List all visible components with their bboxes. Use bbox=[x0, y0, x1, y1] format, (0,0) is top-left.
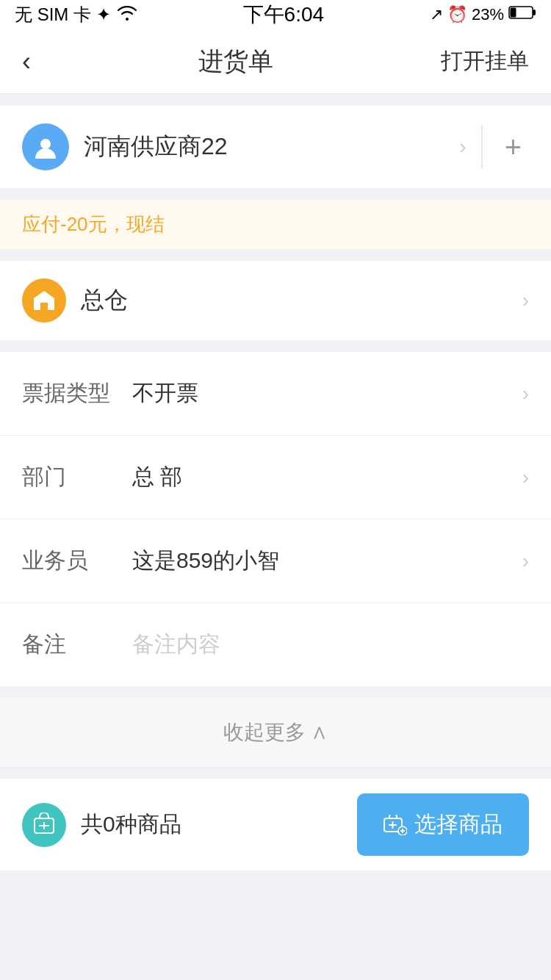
svg-rect-1 bbox=[533, 10, 536, 15]
battery-icon bbox=[508, 5, 536, 24]
svg-point-3 bbox=[40, 139, 51, 149]
remark-label: 备注 bbox=[22, 630, 110, 660]
supplier-avatar bbox=[22, 123, 69, 170]
top-divider bbox=[0, 94, 551, 106]
warehouse-label: 总仓 bbox=[81, 284, 522, 317]
sim-label: 无 SIM 卡 ✦ bbox=[15, 3, 111, 26]
status-right: ↗ ⏰ 23% bbox=[430, 5, 536, 24]
remark-value: 备注内容 bbox=[132, 630, 529, 660]
department-value: 总 部 bbox=[132, 462, 522, 492]
invoice-type-row[interactable]: 票据类型 不开票 › bbox=[0, 352, 551, 436]
alert-banner: 应付-20元，现结 bbox=[0, 200, 551, 249]
select-product-button[interactable]: 选择商品 bbox=[357, 793, 529, 856]
alarm-icon: ⏰ bbox=[447, 5, 467, 24]
salesperson-value: 这是859的小智 bbox=[132, 546, 522, 576]
supplier-section: 河南供应商22 › + bbox=[0, 106, 551, 188]
alert-text: 应付-20元，现结 bbox=[22, 213, 165, 235]
product-icon bbox=[22, 803, 66, 847]
supplier-chevron-icon: › bbox=[459, 135, 466, 159]
department-row[interactable]: 部门 总 部 › bbox=[0, 436, 551, 519]
status-bar: 无 SIM 卡 ✦ 下午6:04 ↗ ⏰ 23% bbox=[0, 0, 551, 29]
collapse-button[interactable]: 收起更多 ∧ bbox=[0, 698, 551, 767]
department-label: 部门 bbox=[22, 462, 110, 492]
supplier-row[interactable]: 河南供应商22 › + bbox=[0, 106, 551, 188]
wifi-icon bbox=[117, 4, 137, 25]
invoice-type-value: 不开票 bbox=[132, 378, 522, 408]
invoice-type-label: 票据类型 bbox=[22, 378, 110, 408]
salesperson-chevron-icon: › bbox=[522, 550, 529, 573]
bottom-bar: 共0种商品 选择商品 bbox=[0, 779, 551, 871]
collapse-text: 收起更多 ∧ bbox=[223, 718, 328, 746]
add-supplier-button[interactable]: + bbox=[497, 131, 529, 164]
invoice-type-chevron-icon: › bbox=[522, 382, 529, 406]
page-title: 进货单 bbox=[198, 45, 273, 79]
remark-row[interactable]: 备注 备注内容 bbox=[0, 603, 551, 686]
warehouse-section[interactable]: 总仓 › bbox=[0, 261, 551, 340]
svg-rect-4 bbox=[40, 303, 48, 310]
svg-rect-2 bbox=[511, 8, 516, 18]
location-icon: ↗ bbox=[430, 5, 443, 24]
nav-bar: ‹ 进货单 打开挂单 bbox=[0, 29, 551, 94]
product-count: 共0种商品 bbox=[81, 810, 357, 840]
battery-percent: 23% bbox=[472, 5, 504, 24]
rest-background bbox=[0, 871, 551, 980]
status-left: 无 SIM 卡 ✦ bbox=[15, 3, 137, 26]
department-chevron-icon: › bbox=[522, 466, 529, 489]
back-button[interactable]: ‹ bbox=[22, 46, 31, 77]
warehouse-chevron-icon: › bbox=[522, 289, 529, 312]
form-section: 票据类型 不开票 › 部门 总 部 › 业务员 这是859的小智 › 备注 备注… bbox=[0, 352, 551, 686]
warehouse-icon bbox=[22, 278, 66, 323]
open-pending-button[interactable]: 打开挂单 bbox=[441, 46, 529, 76]
vertical-divider bbox=[481, 125, 483, 169]
status-time: 下午6:04 bbox=[243, 1, 325, 29]
salesperson-row[interactable]: 业务员 这是859的小智 › bbox=[0, 519, 551, 603]
supplier-name: 河南供应商22 bbox=[84, 131, 459, 163]
salesperson-label: 业务员 bbox=[22, 546, 110, 576]
select-product-label: 选择商品 bbox=[414, 810, 503, 840]
